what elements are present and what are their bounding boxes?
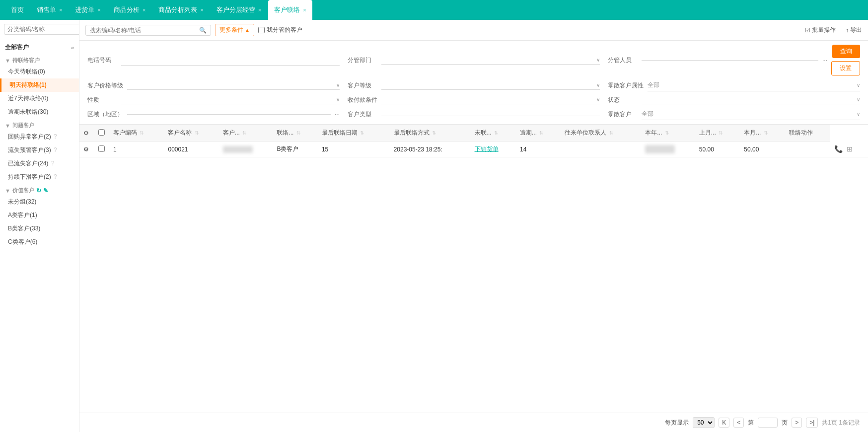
filter-row-manager: 分管人员 ··· 查询 设置: [608, 45, 860, 75]
td-gear: ⚙: [79, 142, 94, 157]
retail-attr-label: 零散客户属性: [608, 81, 644, 90]
data-table-wrap: ⚙ 客户编码 ⇅ 客户名称 ⇅ 客户... ⇅: [79, 125, 868, 413]
td-code: 000021: [164, 142, 218, 157]
gender-select[interactable]: ∨: [121, 95, 340, 104]
dept-select[interactable]: ∨: [381, 56, 600, 65]
help-icon[interactable]: ?: [51, 160, 55, 167]
manager-ellipsis[interactable]: ···: [822, 57, 827, 64]
help-icon[interactable]: ?: [54, 146, 57, 153]
customer-type-select[interactable]: [381, 113, 600, 116]
set-button[interactable]: 设置: [831, 61, 860, 75]
collapse-icon[interactable]: «: [71, 45, 74, 51]
td-last-month: 50.00: [740, 142, 785, 157]
page-prefix-label: 第: [748, 419, 754, 427]
sidebar-item-abnormal[interactable]: 回购异常客户(2) ?: [0, 130, 79, 144]
sidebar-item-ungrouped[interactable]: 未分组(32): [0, 195, 79, 209]
payment-select[interactable]: ∨: [381, 95, 600, 104]
grade-select[interactable]: ∨: [381, 81, 600, 90]
sidebar-item-a-class[interactable]: A类客户(1): [0, 209, 79, 222]
phone-action-icon[interactable]: 📞: [834, 145, 843, 153]
phone-input[interactable]: [121, 55, 340, 66]
retail-attr-select[interactable]: 全部 ∨: [648, 79, 860, 91]
sidebar-item-b-class[interactable]: B类客户(33): [0, 222, 79, 235]
export-button[interactable]: ↑ 导出: [846, 26, 862, 34]
help-icon[interactable]: ?: [54, 133, 57, 140]
sidebar-item-7days[interactable]: 近7天待联络(0): [0, 92, 79, 105]
nav-home[interactable]: 首页: [5, 0, 30, 20]
search-icon[interactable]: 🔍: [199, 27, 207, 34]
select-all-checkbox[interactable]: [98, 129, 105, 136]
more-filter-button[interactable]: 更多条件 ▲: [215, 24, 254, 36]
sidebar-item-today[interactable]: 今天待联络(0): [0, 65, 79, 78]
level-label: 客户价格等级: [87, 81, 123, 90]
sidebar-item-lost[interactable]: 已流失客户(24) ?: [0, 157, 79, 170]
close-icon[interactable]: ×: [303, 7, 306, 13]
my-customer-checkbox-wrap[interactable]: 我分管的客户: [258, 26, 302, 34]
batch-op-button[interactable]: ☑ 批量操作: [805, 26, 836, 34]
close-icon[interactable]: ×: [200, 7, 203, 13]
th-last-method: 最后联络方式 ⇅: [390, 125, 471, 142]
sort-icon[interactable]: ⇅: [242, 130, 246, 136]
td-name: Ea: [219, 142, 273, 157]
td-contact-count: 15: [318, 142, 390, 157]
sort-icon[interactable]: ⇅: [609, 130, 613, 136]
grid-action-icon[interactable]: ⊞: [847, 145, 853, 153]
retail-customer-select[interactable]: 全部 ∨: [642, 108, 860, 120]
prev-page-button[interactable]: <: [733, 418, 744, 428]
last-page-button[interactable]: >|: [806, 418, 818, 428]
refresh-icon[interactable]: ↻: [36, 187, 41, 194]
next-page-button[interactable]: >: [792, 418, 802, 428]
close-icon[interactable]: ×: [97, 7, 100, 13]
filter-row-price-level: 客户价格等级 ∨: [87, 79, 340, 91]
query-button[interactable]: 查询: [832, 45, 860, 58]
sidebar-search-input[interactable]: [4, 24, 79, 35]
sort-icon[interactable]: ⇅: [360, 130, 364, 136]
first-page-button[interactable]: K: [719, 418, 729, 428]
nav-tab-analysis-list[interactable]: 商品分析列表 ×: [152, 0, 209, 20]
search-input[interactable]: [90, 27, 199, 34]
sort-icon[interactable]: ⇅: [764, 130, 768, 136]
page-input[interactable]: 1: [758, 418, 778, 428]
sort-icon[interactable]: ⇅: [494, 130, 498, 136]
close-icon[interactable]: ×: [143, 7, 145, 13]
all-customers-header[interactable]: 全部客户 «: [0, 39, 79, 54]
sidebar-item-declining[interactable]: 持续下滑客户(2) ?: [0, 170, 79, 184]
th-code: 客户编码 ⇅: [109, 125, 164, 142]
row-checkbox[interactable]: [98, 145, 105, 152]
status-select[interactable]: ∨: [642, 95, 860, 104]
sidebar-item-overdue[interactable]: 逾期未联络(30): [0, 105, 79, 119]
per-page-select[interactable]: 50: [693, 417, 715, 428]
level-select[interactable]: ∨: [127, 81, 340, 90]
sort-icon[interactable]: ⇅: [195, 130, 199, 136]
sidebar-item-c-class[interactable]: C类客户(6): [0, 235, 79, 249]
close-icon[interactable]: ×: [258, 7, 261, 13]
help-icon[interactable]: ?: [54, 173, 57, 180]
nav-tab-analysis[interactable]: 商品分析 ×: [108, 0, 151, 20]
sort-icon[interactable]: ⇅: [296, 130, 300, 136]
edit-icon[interactable]: ✎: [43, 187, 48, 194]
sort-icon[interactable]: ⇅: [140, 130, 144, 136]
nav-tab-customer-tier[interactable]: 客户分层经营 ×: [211, 0, 267, 20]
sidebar-item-tomorrow[interactable]: 明天待联络(1): [0, 78, 79, 92]
filter-row-customer-type: 客户类型: [348, 108, 600, 120]
sort-icon[interactable]: ⇅: [719, 130, 723, 136]
sort-icon[interactable]: ⇅: [665, 130, 669, 136]
td-contact-person: 姓名: [641, 142, 695, 157]
total-label: 共1页 1条记录: [822, 419, 860, 427]
sort-icon[interactable]: ⇅: [432, 130, 436, 136]
nav-tab-customer-contact[interactable]: 客户联络 ×: [268, 0, 312, 20]
sidebar-item-warning[interactable]: 流失预警客户(3) ?: [0, 144, 79, 157]
nav-tab-sales[interactable]: 销售单 ×: [31, 0, 68, 20]
my-customer-checkbox[interactable]: [258, 27, 265, 33]
group-label-value: ▼ 价值客户 ↻ ✎: [0, 184, 79, 195]
td-last-method: 下销货单: [471, 142, 516, 157]
last-method-link[interactable]: 下销货单: [475, 145, 499, 152]
table-row: ⚙ 1 000021 Ea B类客户 15 2023-05-23 18:25: …: [79, 142, 868, 157]
close-icon[interactable]: ×: [59, 7, 62, 13]
nav-tab-purchase[interactable]: 进货单 ×: [69, 0, 106, 20]
area-label: 区域（地区）: [87, 110, 123, 119]
sort-icon[interactable]: ⇅: [539, 130, 543, 136]
customer-name-blurred: Ea: [223, 146, 253, 153]
area-ellipsis[interactable]: ···: [335, 111, 340, 118]
payment-arrow-icon: ∨: [596, 97, 600, 102]
